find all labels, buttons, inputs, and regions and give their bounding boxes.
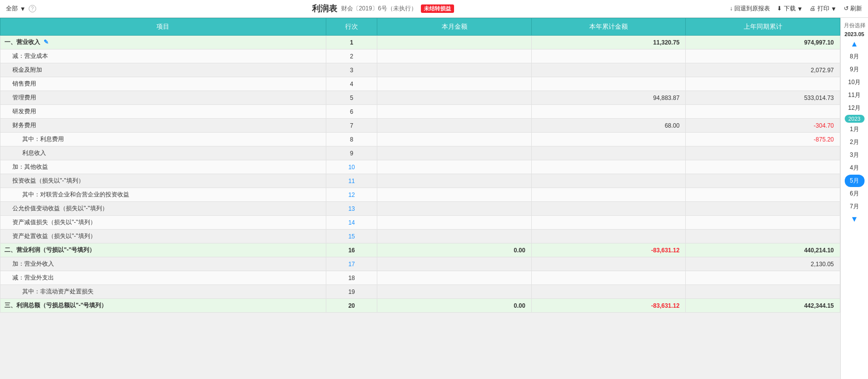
cell-prev: 533,014.73: [686, 91, 840, 105]
cell-month: [377, 77, 532, 91]
cell-item: 利息收入: [0, 146, 326, 160]
cell-rownum: 4: [326, 77, 377, 91]
month-item[interactable]: 12月: [845, 102, 865, 114]
cell-year: 11,320.75: [531, 36, 686, 49]
cell-item: 其中：对联营企业和合营企业的投资收益: [0, 188, 326, 202]
cell-year: -83,631.12: [531, 299, 686, 313]
side-panel: 月份选择 2023.05 ▲ 8月9月10月11月12月20231月2月3月4月…: [840, 18, 868, 379]
month-item[interactable]: 10月: [845, 76, 865, 89]
cell-item: 投资收益（损失以"-"填列）: [0, 174, 326, 188]
cell-rownum[interactable]: 12: [326, 188, 377, 202]
side-panel-title: 月份选择: [844, 20, 866, 30]
cell-prev: 2,130.05: [686, 257, 840, 271]
edit-icon[interactable]: ✎: [42, 39, 49, 46]
cell-month: [377, 49, 532, 63]
dropdown-icon: ▼: [20, 5, 26, 12]
month-item[interactable]: 2023: [845, 115, 865, 123]
cell-item: 减：营业外支出: [0, 271, 326, 285]
col-header-item: 项目: [0, 18, 326, 36]
table-row: 其中：对联营企业和合营企业的投资收益12: [0, 188, 840, 202]
cell-year: [531, 77, 686, 91]
cell-item: 研发费用: [0, 105, 326, 119]
month-item[interactable]: 7月: [845, 200, 865, 213]
month-item[interactable]: 8月: [845, 50, 865, 63]
table-header-row: 项目 行次 本月金额 本年累计金额 上年同期累计: [0, 18, 840, 36]
cell-rownum[interactable]: 11: [326, 174, 377, 188]
cell-item: 公允价值变动收益（损失以"-"填列）: [0, 202, 326, 216]
table-row: 投资收益（损失以"-"填列）11: [0, 174, 840, 188]
status-badge: 未结转损益: [421, 4, 454, 13]
cell-year: 68.00: [531, 119, 686, 133]
cell-rownum: 5: [326, 91, 377, 105]
month-item[interactable]: 1月: [845, 123, 865, 136]
help-icon[interactable]: ?: [29, 5, 36, 12]
cell-year: [531, 285, 686, 299]
cell-prev: -875.20: [686, 133, 840, 146]
cell-month: [377, 119, 532, 133]
table-row: 加：营业外收入172,130.05: [0, 257, 840, 271]
cell-prev: [686, 160, 840, 174]
cell-month: [377, 188, 532, 202]
table-row: 其中：利息费用8-875.20: [0, 133, 840, 146]
cell-month: 0.00: [377, 243, 532, 257]
cell-prev: 440,214.10: [686, 243, 840, 257]
cell-rownum: 20: [326, 299, 377, 313]
refresh-button[interactable]: ↺ 刷新: [844, 4, 862, 13]
cell-month: [377, 285, 532, 299]
cell-prev: [686, 202, 840, 216]
cell-rownum[interactable]: 10: [326, 160, 377, 174]
month-item[interactable]: 4月: [845, 162, 865, 174]
table-row: 公允价值变动收益（损失以"-"填列）13: [0, 202, 840, 216]
cell-rownum[interactable]: 17: [326, 257, 377, 271]
cell-rownum[interactable]: 14: [326, 216, 377, 230]
cell-rownum: 18: [326, 271, 377, 285]
nav-up-arrow[interactable]: ▲: [849, 38, 860, 50]
cell-rownum: 8: [326, 133, 377, 146]
main-container: 项目 行次 本月金额 本年累计金额 上年同期累计 一、营业收入 ✎111,320…: [0, 18, 868, 379]
cell-month: [377, 91, 532, 105]
print-button[interactable]: 🖨 打印 ▼: [810, 4, 836, 13]
cell-rownum: 6: [326, 105, 377, 119]
cell-year: -83,631.12: [531, 243, 686, 257]
cell-prev: [686, 77, 840, 91]
cell-prev: [686, 49, 840, 63]
cell-prev: [686, 230, 840, 243]
cell-prev: 974,997.10: [686, 36, 840, 49]
table-area: 项目 行次 本月金额 本年累计金额 上年同期累计 一、营业收入 ✎111,320…: [0, 18, 840, 379]
cell-month: [377, 133, 532, 146]
cell-rownum[interactable]: 15: [326, 230, 377, 243]
cell-month: 0.00: [377, 299, 532, 313]
cell-rownum: 19: [326, 285, 377, 299]
table-row: 一、营业收入 ✎111,320.75974,997.10: [0, 36, 840, 49]
cell-prev: [686, 285, 840, 299]
month-item[interactable]: 6月: [845, 188, 865, 200]
cell-item: 资产减值损失（损失以"-"填列）: [0, 216, 326, 230]
month-item[interactable]: 2月: [845, 136, 865, 148]
cell-item: 其中：利息费用: [0, 133, 326, 146]
cell-year: [531, 49, 686, 63]
month-item[interactable]: 11月: [845, 89, 865, 101]
cell-month: [377, 146, 532, 160]
cell-item: 资产处置收益（损失以"-"填列）: [0, 230, 326, 243]
table-row: 管理费用594,883.87533,014.73: [0, 91, 840, 105]
table-row: 二、营业利润（亏损以"-"号填列）160.00-83,631.12440,214…: [0, 243, 840, 257]
cell-year: [531, 216, 686, 230]
cell-rownum[interactable]: 13: [326, 202, 377, 216]
table-row: 其中：非流动资产处置损失19: [0, 285, 840, 299]
all-select[interactable]: 全部 ▼: [6, 4, 26, 13]
download-button[interactable]: ⬇ 下载 ▼: [777, 4, 803, 13]
report-table: 项目 行次 本月金额 本年累计金额 上年同期累计 一、营业收入 ✎111,320…: [0, 18, 840, 313]
back-button[interactable]: ↓ 回退到原报表: [730, 4, 770, 13]
cell-item: 管理费用: [0, 91, 326, 105]
nav-down-arrow[interactable]: ▼: [849, 213, 860, 225]
cell-month: [377, 271, 532, 285]
table-row: 加：其他收益10: [0, 160, 840, 174]
month-item[interactable]: 9月: [845, 63, 865, 76]
cell-month: [377, 202, 532, 216]
cell-year: [531, 133, 686, 146]
cell-prev: [686, 146, 840, 160]
month-item[interactable]: 3月: [845, 149, 865, 161]
cell-year: [531, 160, 686, 174]
month-item[interactable]: 5月: [845, 175, 865, 187]
cell-item: 税金及附加: [0, 63, 326, 77]
